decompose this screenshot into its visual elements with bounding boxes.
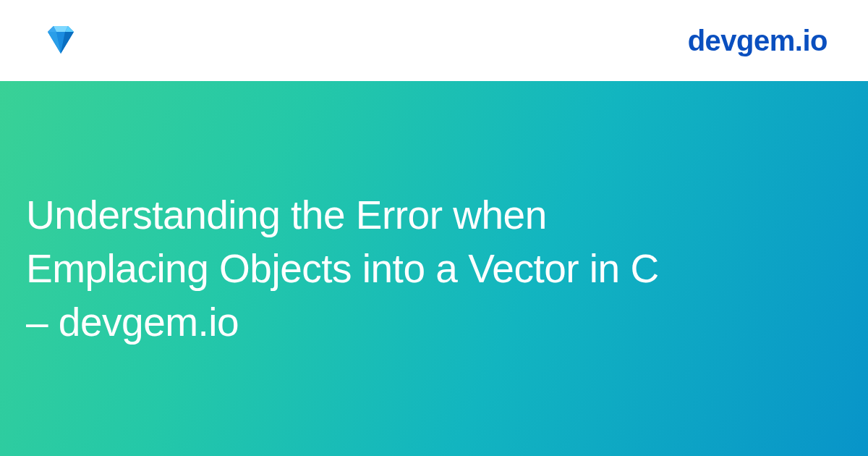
header: devgem.io bbox=[0, 0, 868, 81]
gem-icon bbox=[41, 23, 81, 58]
hero-banner: Understanding the Error when Emplacing O… bbox=[0, 81, 868, 456]
brand-name: devgem.io bbox=[688, 25, 827, 57]
page-title: Understanding the Error when Emplacing O… bbox=[26, 188, 677, 350]
